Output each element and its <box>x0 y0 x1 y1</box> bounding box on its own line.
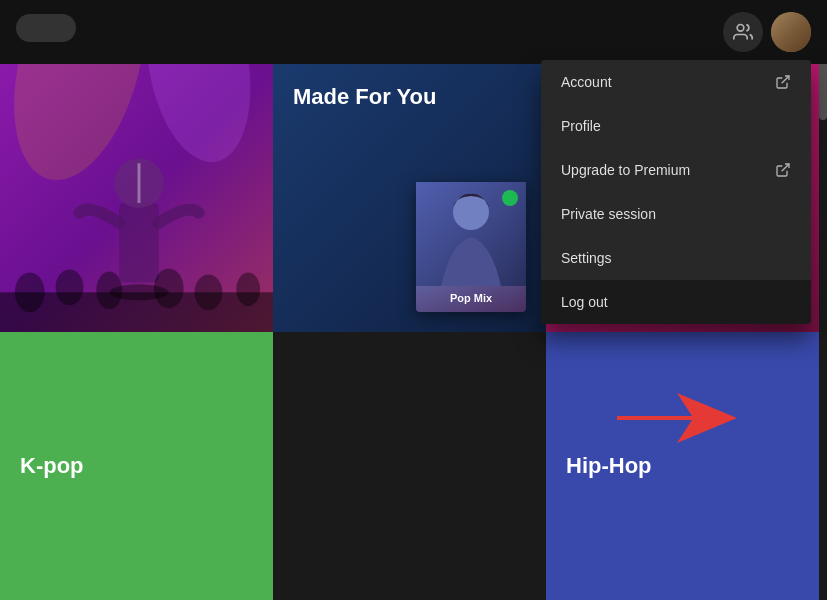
menu-item-upgrade[interactable]: Upgrade to Premium <box>541 148 811 192</box>
svg-point-14 <box>96 271 122 309</box>
card-kpop[interactable]: K-pop <box>0 332 273 600</box>
svg-point-13 <box>56 269 84 305</box>
card-hiphop[interactable]: Hip-Hop <box>546 332 819 600</box>
card-empty <box>273 332 546 600</box>
top-bar-icons <box>723 12 811 52</box>
avatar-button[interactable] <box>771 12 811 52</box>
svg-line-2 <box>782 164 789 171</box>
svg-rect-8 <box>119 203 159 282</box>
search-bar <box>16 14 76 42</box>
menu-item-account[interactable]: Account <box>541 60 811 104</box>
scrollbar[interactable] <box>819 0 827 600</box>
menu-item-private-session[interactable]: Private session <box>541 192 811 236</box>
pop-mix-label: Pop Mix <box>450 292 492 304</box>
pop-mix-card: Pop Mix <box>416 182 526 312</box>
svg-point-15 <box>154 268 184 308</box>
svg-line-1 <box>782 76 789 83</box>
svg-point-16 <box>195 274 223 310</box>
svg-point-0 <box>737 25 744 32</box>
card-made-for-you[interactable]: Made For You <box>273 64 546 332</box>
users-icon-button[interactable] <box>723 12 763 52</box>
menu-item-logout[interactable]: Log out <box>541 280 811 324</box>
svg-point-12 <box>15 272 45 312</box>
made-for-you-title: Made For You <box>293 84 526 110</box>
menu-item-profile[interactable]: Profile <box>541 104 811 148</box>
svg-point-17 <box>236 272 260 306</box>
card-concert[interactable] <box>0 64 273 332</box>
kpop-title: K-pop <box>20 453 84 479</box>
hiphop-title: Hip-Hop <box>566 453 652 479</box>
spotify-icon <box>502 190 518 206</box>
top-bar <box>0 0 827 64</box>
external-link-icon-2 <box>775 162 791 178</box>
svg-point-20 <box>506 194 514 202</box>
dropdown-menu: Account Profile Upgrade to Premium Priva… <box>541 60 811 324</box>
concert-image <box>0 64 273 332</box>
external-link-icon <box>775 74 791 90</box>
menu-item-settings[interactable]: Settings <box>541 236 811 280</box>
avatar <box>771 12 811 52</box>
